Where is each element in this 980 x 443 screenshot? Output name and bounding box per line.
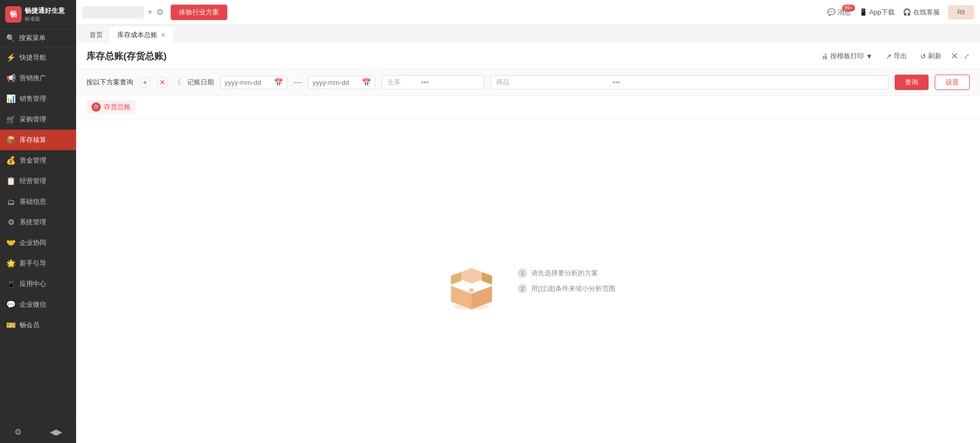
warehouse-more-icon: ••• [421,78,429,86]
topbar: ▼ ⚙ 体验行业方案 💬 消息 99+ 📱 App下载 🎧 在线客服 Rit [76,0,980,25]
refresh-icon: ↺ [920,52,926,60]
warehouse-placeholder: 仓库 [387,78,401,87]
sidebar-toggle-btn[interactable]: ◀▶ [46,425,66,439]
sidebar-item-marketing[interactable]: 📢 营销推广 [0,68,76,88]
search-icon: 🔍 [6,34,15,42]
empty-illustration [441,250,502,312]
sidebar-settings-btn[interactable]: ⚙ [10,425,26,439]
tab-close-icon[interactable]: ✕ [160,31,166,39]
breadcrumb-path [82,6,144,19]
filter-delete-btn[interactable]: ✕ [157,77,168,88]
calendar-end-icon[interactable]: 📅 [362,78,371,86]
operation-icon: 📋 [6,176,15,186]
sidebar-search-btn[interactable]: 🔍 搜索菜单 [0,29,76,47]
breadcrumb-arrow-icon[interactable]: ▼ [147,9,153,16]
filter-add-btn[interactable]: + [139,77,151,88]
page-header-actions: 🖨 按模板打印 ▼ ↗ 导出 ↺ 刷新 ✕ ⤢ [818,49,970,63]
online-service-btn[interactable]: 🎧 在线客服 [903,8,940,17]
export-btn[interactable]: ↗ 导出 [882,49,911,63]
filter-scheme-label: 按以下方案查询 [86,78,133,87]
print-dropdown-icon: ▼ [866,52,873,60]
settings-button[interactable]: 设置 [935,75,970,90]
sidebar-footer: ⚙ ◀▶ [0,420,76,443]
filter-collapse-btn[interactable]: 《 [174,78,181,87]
guide-icon: 🌟 [6,259,15,268]
product-more-icon: ••• [612,78,620,86]
filter-area: 按以下方案查询 + ✕ 《 记账日期 📅 — 📅 [76,69,980,96]
sidebar-item-guide[interactable]: 🌟 新手引导 [0,253,76,274]
tip-item-2: 2 用[过滤]条件来缩小分析范围 [518,284,615,293]
breadcrumb: ▼ ⚙ 体验行业方案 [82,5,827,20]
marketing-icon: 📢 [6,74,15,83]
sidebar-item-basic[interactable]: 🗂 基础信息 [0,191,76,212]
date-start-input[interactable]: 📅 [220,76,287,89]
tab-home[interactable]: 首页 [82,27,110,43]
main-area: ▼ ⚙ 体验行业方案 💬 消息 99+ 📱 App下载 🎧 在线客服 Rit [76,0,980,443]
purchase-icon: 🛒 [6,115,15,124]
page-resize-btn[interactable]: ⤢ [964,52,970,60]
topbar-right: 💬 消息 99+ 📱 App下载 🎧 在线客服 Rit [827,5,974,20]
sidebar-item-member[interactable]: 🎫 畅会员 [0,315,76,335]
page-content: 库存总账(存货总账) 🖨 按模板打印 ▼ ↗ 导出 ↺ 刷新 ✕ ⤢ [76,43,980,443]
scheme-item-inventory-ledger[interactable]: 存 存货总账 [86,100,136,114]
user-avatar[interactable]: Rit [948,5,974,20]
sidebar-logo[interactable]: 畅 畅捷通好生意 标准版 [0,0,76,29]
sidebar-item-wechat[interactable]: 💬 企业微信 [0,294,76,315]
system-icon: ⚙ [6,218,15,227]
tabbar: 首页 库存成本总账 ✕ [76,25,980,43]
finance-icon: 💰 [6,156,15,165]
date-end-input[interactable]: 📅 [308,76,375,89]
print-btn[interactable]: 🖨 按模板打印 ▼ [818,49,877,63]
date-separator: — [294,78,302,87]
sidebar-item-operation[interactable]: 📋 经营管理 [0,171,76,191]
logo-text: 畅捷通好生意 标准版 [25,7,65,22]
sidebar-item-system[interactable]: ⚙ 系统管理 [0,212,76,233]
refresh-btn[interactable]: ↺ 刷新 [916,49,946,63]
phone-icon: 📱 [859,8,867,16]
industry-btn[interactable]: 体验行业方案 [171,5,227,20]
svg-point-7 [469,288,474,292]
inventory-icon: 📦 [6,135,15,145]
message-badge: 99+ [842,5,855,11]
sidebar-item-quick-nav[interactable]: ⚡ 快捷导航 [0,47,76,68]
tip-num-1: 1 [518,269,527,278]
date-field-label: 记账日期 [187,78,214,87]
topbar-settings-icon[interactable]: ⚙ [156,7,164,17]
tip-item-1: 1 请先选择要分析的方案 [518,269,615,278]
calendar-start-icon[interactable]: 📅 [274,78,283,86]
export-icon: ↗ [886,52,892,60]
tab-inventory-ledger[interactable]: 库存成本总账 ✕ [110,27,173,43]
product-placeholder: 商品 [496,78,510,87]
filter-row: 按以下方案查询 + ✕ 《 记账日期 📅 — 📅 [86,75,970,90]
query-button[interactable]: 查询 [895,75,929,90]
sidebar-item-app-center[interactable]: 📱 应用中心 [0,274,76,294]
sales-icon: 📊 [6,94,15,103]
headset-icon: 🎧 [903,8,911,16]
svg-marker-5 [451,272,461,285]
tip-num-2: 2 [518,284,527,293]
sidebar: 畅 畅捷通好生意 标准版 🔍 搜索菜单 ⚡ 快捷导航 📢 营销推广 📊 销售管理… [0,0,76,443]
cooperation-icon: 🤝 [6,238,15,247]
sidebar-item-cooperation[interactable]: 🤝 企业协同 [0,233,76,253]
warehouse-filter[interactable]: 仓库 ••• [382,75,484,90]
page-close-btn[interactable]: ✕ [951,50,958,62]
sidebar-item-finance[interactable]: 💰 资金管理 [0,150,76,171]
product-filter[interactable]: 商品 ••• [491,75,888,90]
app-center-icon: 📱 [6,279,15,289]
message-icon: 💬 [827,8,836,16]
page-header: 库存总账(存货总账) 🖨 按模板打印 ▼ ↗ 导出 ↺ 刷新 ✕ ⤢ [76,43,980,69]
logo-icon: 畅 [5,6,22,23]
empty-tips: 1 请先选择要分析的方案 2 用[过滤]条件来缩小分析范围 [518,269,615,293]
member-icon: 🎫 [6,321,15,330]
sidebar-item-inventory[interactable]: 📦 库存核算 [0,130,76,150]
svg-marker-6 [482,272,492,285]
quick-nav-icon: ⚡ [6,53,15,62]
message-btn[interactable]: 💬 消息 99+ [827,8,851,17]
date-end-field[interactable] [313,79,359,86]
print-icon: 🖨 [822,52,828,60]
wechat-icon: 💬 [6,300,15,309]
sidebar-item-sales[interactable]: 📊 销售管理 [0,88,76,109]
date-start-field[interactable] [225,79,271,86]
sidebar-item-purchase[interactable]: 🛒 采购管理 [0,109,76,130]
app-download-btn[interactable]: 📱 App下载 [859,8,895,17]
